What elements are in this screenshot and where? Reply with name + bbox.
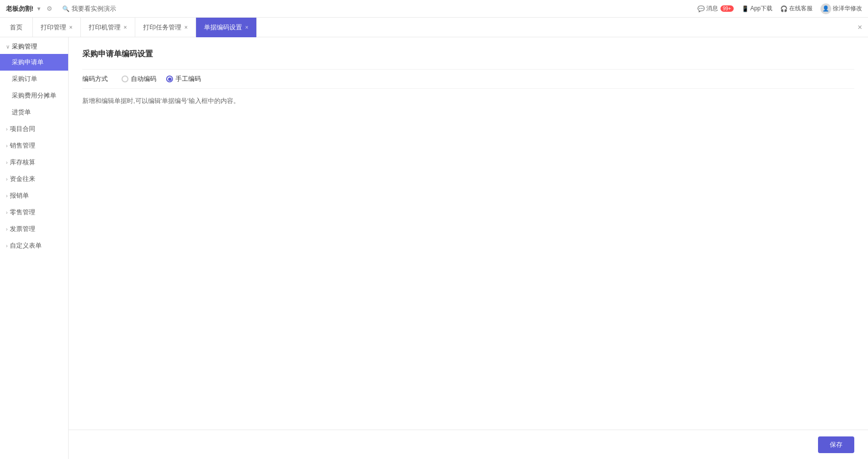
tab-barcode-settings[interactable]: 单据编码设置 × [196,18,257,37]
sidebar-group-inventory[interactable]: › 库存核算 [0,154,68,171]
radio-auto-circle [122,76,128,82]
sidebar-item-purchase-order-label: 采购订单 [12,75,37,82]
logo-text: 老板勿割! [6,4,33,13]
tab-printer-mgmt-close[interactable]: × [124,24,127,31]
sidebar-group-inventory-label: 库存核算 [10,158,35,167]
online-service-label: 在线客服 [789,4,813,13]
tab-print-task-mgmt-label: 打印任务管理 [143,23,181,32]
radio-manual-circle [166,76,173,82]
tab-print-task-mgmt[interactable]: 打印任务管理 × [135,18,196,37]
save-button[interactable]: 保存 [818,436,854,453]
tab-home[interactable]: 首页 [0,18,33,37]
search-icon: 🔍 [62,5,70,12]
app-download-icon: 📱 [742,5,749,12]
sidebar-group-invoice-label: 发票管理 [10,225,35,233]
sidebar-item-incoming[interactable]: 进货单 [0,104,68,121]
sidebar-group-fund[interactable]: › 资金往来 [0,171,68,187]
sidebar-group-sales-label: 销售管理 [10,141,35,150]
user-avatar-button[interactable]: 👤 徐泽华修改 [820,3,862,14]
encoding-label: 编码方式 [82,75,122,83]
tab-bar-close: × [257,23,868,32]
radio-auto-label: 自动编码 [131,75,156,83]
user-name: 徐泽华修改 [833,4,862,13]
top-bar: 老板勿割! ▾ ⚙ 🔍 我要看实例演示 💬 消息 99+ 📱 App下载 🎧 在… [0,0,868,18]
content-footer: 保存 [69,430,868,459]
close-all-icon[interactable]: × [858,23,862,32]
radio-manual[interactable]: 手工编码 [166,75,201,83]
sidebar-group-project-contract[interactable]: › 项目合同 [0,121,68,137]
dropdown-icon[interactable]: ▾ [37,5,41,12]
sidebar-group-custom-label: 自定义表单 [10,241,42,250]
sidebar-group-sales-mgmt[interactable]: › 销售管理 [0,137,68,154]
arrow-right-icon-3: › [6,159,8,165]
arrow-right-icon-1: › [6,126,8,132]
sidebar-item-purchase-order[interactable]: 采购订单 [0,71,68,87]
sidebar-group-purchase-label: 采购管理 [12,42,37,51]
radio-auto[interactable]: 自动编码 [122,75,156,83]
app-download-button[interactable]: 📱 App下载 [742,4,772,13]
online-service-icon: 🎧 [780,5,788,12]
sidebar-group-returns[interactable]: › 报销单 [0,187,68,204]
settings-icon[interactable]: ⚙ [47,5,52,12]
arrow-right-icon-7: › [6,226,8,232]
sidebar-group-returns-label: 报销单 [10,191,29,200]
sidebar-item-purchase-expense[interactable]: 采购费用分摊单 [0,87,68,104]
search-bar[interactable]: 🔍 我要看实例演示 [62,4,116,13]
app-download-label: App下载 [750,4,772,13]
top-bar-left: 老板勿割! ▾ ⚙ 🔍 我要看实例演示 [6,4,116,13]
sidebar-group-invoice[interactable]: › 发票管理 [0,221,68,237]
message-badge: 99+ [720,5,734,12]
message-button[interactable]: 💬 消息 99+ [697,4,734,13]
tab-printer-mgmt-label: 打印机管理 [89,23,121,32]
page-title: 采购申请单编码设置 [82,49,854,59]
sidebar-item-purchase-request-label: 采购申请单 [12,58,44,66]
arrow-right-icon-8: › [6,243,8,249]
online-service-button[interactable]: 🎧 在线客服 [780,4,813,13]
message-label: 消息 [706,4,718,13]
sidebar-group-retail[interactable]: › 零售管理 [0,204,68,221]
sidebar-group-purchase-mgmt[interactable]: ∨ 采购管理 [0,37,68,54]
tab-printer-mgmt[interactable]: 打印机管理 × [81,18,135,37]
sidebar-group-custom-forms[interactable]: › 自定义表单 [0,237,68,254]
arrow-down-icon: ∨ [6,44,10,50]
sidebar-item-purchase-request[interactable]: 采购申请单 [0,54,68,71]
sidebar-group-retail-label: 零售管理 [10,208,35,217]
tab-barcode-settings-close[interactable]: × [245,24,248,31]
sidebar-item-incoming-label: 进货单 [12,108,31,116]
avatar-icon: 👤 [820,3,831,14]
encoding-row: 编码方式 自动编码 手工编码 [82,69,854,89]
radio-manual-label: 手工编码 [175,75,201,83]
message-icon: 💬 [697,5,705,12]
content-body: 采购申请单编码设置 编码方式 自动编码 手工编码 新增和编辑单据时,可以编辑'单… [69,37,868,430]
radio-group: 自动编码 手工编码 [122,75,201,83]
arrow-right-icon-6: › [6,209,8,215]
sidebar: ∨ 采购管理 采购申请单 采购订单 采购费用分摊单 进货单 › 项目合同 › 销… [0,37,69,459]
tab-home-label: 首页 [10,23,23,32]
arrow-right-icon-2: › [6,143,8,149]
tab-print-mgmt-label: 打印管理 [41,23,66,32]
tab-print-mgmt-close[interactable]: × [69,24,73,31]
tab-barcode-settings-label: 单据编码设置 [204,23,242,32]
hint-text: 新增和编辑单据时,可以编辑'单据编号'输入框中的内容。 [82,97,854,105]
sidebar-group-fund-label: 资金往来 [10,175,35,183]
sidebar-item-purchase-expense-label: 采购费用分摊单 [12,92,56,99]
tab-print-task-mgmt-close[interactable]: × [184,24,188,31]
top-bar-right: 💬 消息 99+ 📱 App下载 🎧 在线客服 👤 徐泽华修改 [697,3,862,14]
search-text: 我要看实例演示 [72,4,116,13]
arrow-right-icon-5: › [6,193,8,199]
main-layout: ∨ 采购管理 采购申请单 采购订单 采购费用分摊单 进货单 › 项目合同 › 销… [0,37,868,459]
tab-print-mgmt[interactable]: 打印管理 × [33,18,81,37]
content-area: 采购申请单编码设置 编码方式 自动编码 手工编码 新增和编辑单据时,可以编辑'单… [69,37,868,459]
tab-bar: 首页 打印管理 × 打印机管理 × 打印任务管理 × 单据编码设置 × × [0,18,868,37]
sidebar-group-project-label: 项目合同 [10,125,35,133]
arrow-right-icon-4: › [6,176,8,182]
